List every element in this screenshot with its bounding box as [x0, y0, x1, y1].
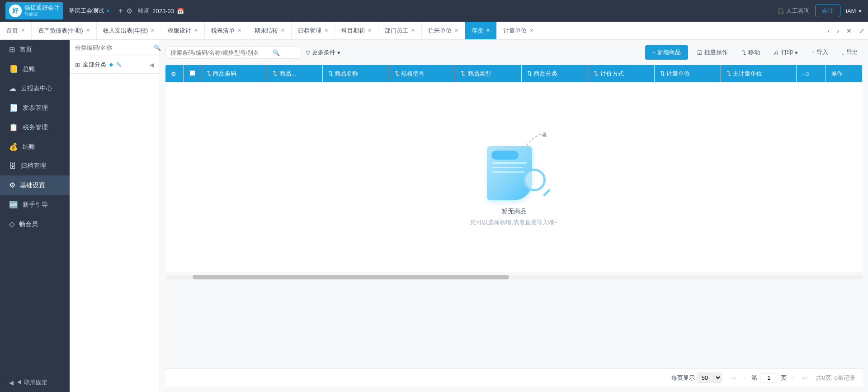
sidebar-item-archive[interactable]: 🗄 归档管理 [0, 156, 70, 175]
sidebar-item-home[interactable]: ⊞ 首页 [0, 40, 70, 59]
product-search-input[interactable] [170, 49, 270, 56]
scroll-top [491, 151, 519, 160]
tab-balance[interactable]: 资产负债表(中期) ✕ [32, 22, 97, 40]
tab-subject[interactable]: 科目期初 ✕ [335, 22, 378, 40]
tab-expand[interactable]: ⤢ [855, 27, 868, 34]
col-spec[interactable]: ⇅ 规格型号 [389, 65, 455, 82]
col-barcode[interactable]: ⇅ 商品条码 [201, 65, 267, 82]
tab-template-label: 模版设计 [168, 27, 191, 35]
page-next[interactable]: › [789, 373, 797, 382]
search-icon[interactable]: 🔍 [273, 49, 280, 56]
search-bar: 🔍 [165, 47, 301, 59]
horizontal-scrollbar[interactable] [165, 275, 863, 279]
tab-balance-close[interactable]: ✕ [86, 28, 90, 33]
tab-tax[interactable]: 税表清单 ✕ [205, 22, 248, 40]
col-extra[interactable]: ≡3 [797, 65, 826, 82]
tab-period-end[interactable]: 期末结转 ✕ [248, 22, 292, 40]
select-all-checkbox[interactable] [189, 70, 195, 76]
print-btn[interactable]: 🖨 打印 ▾ [769, 46, 802, 59]
settings-btn[interactable]: ⚙ [126, 7, 132, 15]
add-tab-btn[interactable]: + [118, 7, 123, 15]
tab-income[interactable]: 收入支出表(年报) ✕ [97, 22, 162, 40]
tab-partner[interactable]: 往来单位 ✕ [422, 22, 465, 40]
sidebar-settings-label: 基础设置 [20, 181, 45, 189]
main-layout: ⊞ 首页 📒 总账 ☁ 云报表中心 🧾 发票管理 📋 税务管理 💰 结账 🗄 归… [0, 40, 868, 392]
tab-inventory-close[interactable]: ✕ [486, 28, 490, 33]
page-first[interactable]: ⏮ [727, 373, 739, 382]
company-dropdown-icon: ▾ [107, 8, 109, 14]
tab-archive-close[interactable]: ✕ [324, 28, 328, 33]
sidebar-item-ledger[interactable]: 📒 总账 [0, 59, 70, 79]
tab-nav-prev[interactable]: ‹ [824, 27, 834, 34]
add-product-btn[interactable]: + 新增商品 [645, 45, 688, 60]
tab-unit[interactable]: 计量单位 ✕ [497, 22, 540, 40]
tab-template[interactable]: 模版设计 ✕ [161, 22, 205, 40]
import-btn[interactable]: ↑ 导入 [807, 46, 833, 59]
sidebar-item-member[interactable]: ◇ 畅会员 [0, 214, 70, 234]
tab-template-close[interactable]: ✕ [194, 28, 198, 33]
period-info: 账期 2023-03 📅 [138, 7, 184, 15]
ledger-icon: 📒 [9, 65, 18, 73]
col-name[interactable]: ⇅ 商品名称 [322, 65, 389, 82]
tab-nav-next[interactable]: › [833, 27, 843, 34]
category-dot: ● [109, 61, 113, 69]
logo-icon: 好 [9, 5, 22, 17]
logo-area[interactable]: 好 畅捷通好会计 旗舰版 [5, 2, 63, 19]
period-value: 2023-03 [152, 8, 174, 14]
col-main-unit[interactable]: ⇅ 主计量单位 [721, 65, 797, 82]
sidebar-item-guide[interactable]: 🆕 新手引导 [0, 195, 70, 214]
empty-desc: 您可以选择新增,或者直接导入哦~ [470, 218, 557, 227]
ai-consult-btn[interactable]: 🎧 人工咨询 [777, 7, 810, 15]
tab-income-close[interactable]: ✕ [151, 28, 155, 33]
batch-ops-btn[interactable]: ☑ 批量操作 [693, 46, 732, 59]
move-btn[interactable]: ⇅ 移动 [737, 46, 764, 59]
tab-unit-close[interactable]: ✕ [529, 28, 533, 33]
filter-btn[interactable]: ▽ 更多条件 ▾ [306, 48, 340, 57]
batch-ops-label: 批量操作 [704, 48, 728, 57]
col-unit[interactable]: ⇅ 计量单位 [654, 65, 721, 82]
category-collapse-icon[interactable]: ◀ [150, 61, 154, 68]
col-type[interactable]: ⇅ 商品类型 [455, 65, 522, 82]
sidebar-item-settlement[interactable]: 💰 结账 [0, 137, 70, 156]
company-selector[interactable]: 基层工会测试 ▾ [69, 7, 109, 15]
sidebar-item-cloud[interactable]: ☁ 云报表中心 [0, 79, 70, 98]
col-settings[interactable]: ⚙ [165, 65, 184, 82]
category-search-input[interactable] [75, 44, 151, 51]
table-footer: 每页显示 50 100 200 ⏮ ‹ 第 页 › [165, 368, 863, 387]
sidebar-member-label: 畅会员 [19, 220, 38, 228]
export-btn[interactable]: ↓ 导出 [837, 46, 863, 59]
per-page-select[interactable]: 50 100 200 [697, 373, 722, 383]
category-edit-icon[interactable]: ✎ [116, 61, 122, 68]
tab-partner-close[interactable]: ✕ [454, 28, 458, 33]
category-all[interactable]: ⊞ 全部分类 ● ✎ ◀ [70, 56, 160, 74]
sidebar-item-tax[interactable]: 📋 税务管理 [0, 118, 70, 137]
tab-close-all[interactable]: ✕ [843, 27, 855, 34]
calendar-icon[interactable]: 📅 [177, 8, 184, 14]
tab-archive[interactable]: 归档管理 ✕ [292, 22, 335, 40]
kuaiji-button[interactable]: 会计 [815, 5, 840, 17]
page-last[interactable]: ⏭ [799, 373, 811, 382]
toolbar: 🔍 ▽ 更多条件 ▾ + 新增商品 ☑ 批量操作 ⇅ [165, 45, 863, 60]
page-prev[interactable]: ‹ [741, 373, 749, 382]
page-input[interactable] [760, 373, 778, 383]
tab-home-close[interactable]: ✕ [21, 28, 25, 33]
tab-dept[interactable]: 部门员工 ✕ [378, 22, 422, 40]
tab-home[interactable]: 首页 ✕ [0, 22, 32, 40]
col-checkbox[interactable] [184, 65, 201, 82]
tab-dept-close[interactable]: ✕ [411, 28, 415, 33]
col-category[interactable]: ⇅ 商品分类 [522, 65, 588, 82]
sidebar-cloud-label: 云报表中心 [21, 85, 52, 93]
tab-subject-close[interactable]: ✕ [368, 28, 372, 33]
grid-icon: ⊞ [75, 61, 80, 68]
sidebar-cancel-fixed[interactable]: ◀ ◀ 取消固定 [0, 373, 70, 392]
tab-period-end-close[interactable]: ✕ [281, 28, 285, 33]
sidebar-item-settings[interactable]: ⚙ 基础设置 [0, 175, 70, 195]
add-product-label: + 新增商品 [652, 48, 681, 57]
tab-inventory[interactable]: 存货 ✕ [465, 22, 497, 40]
move-label: 移动 [748, 48, 760, 57]
col-price-method[interactable]: ⇅ 计价方式 [588, 65, 655, 82]
tab-tax-close[interactable]: ✕ [237, 28, 241, 33]
sidebar-item-invoice[interactable]: 🧾 发票管理 [0, 98, 70, 118]
scroll-thumb[interactable] [193, 275, 509, 279]
col-code[interactable]: ⇅ 商品... [267, 65, 323, 82]
